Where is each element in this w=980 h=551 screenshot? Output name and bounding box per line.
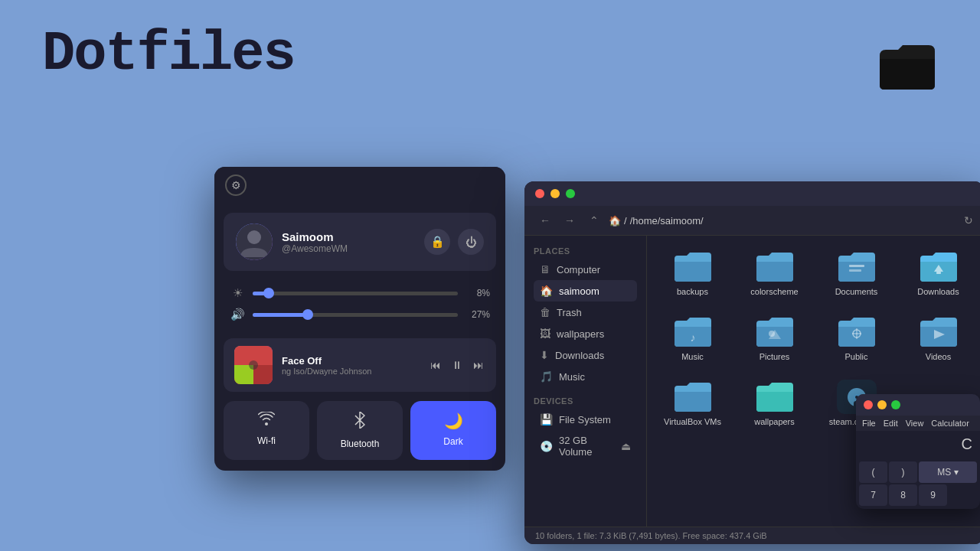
sidebar-item-computer[interactable]: 🖥 Computer <box>534 259 637 280</box>
calc-menu-edit[interactable]: Edit <box>884 419 898 428</box>
file-wallpapers[interactable]: wallpapers <box>737 373 812 432</box>
calc-menu-file[interactable]: File <box>862 419 876 428</box>
wifi-button[interactable]: Wi-fi <box>224 401 309 460</box>
brightness-row: ☀ 8% <box>230 286 490 300</box>
profile-actions: 🔒 ⏻ <box>424 229 484 255</box>
volume-icon: 🔊 <box>230 308 245 321</box>
calc-display-value: C <box>962 435 972 452</box>
moon-icon: 🌙 <box>444 412 463 430</box>
volume-slider[interactable] <box>253 313 458 317</box>
dark-label: Dark <box>443 436 462 447</box>
calc-8[interactable]: 8 <box>889 484 917 506</box>
file-label: backups <box>677 287 708 296</box>
volume-value: 27% <box>466 309 490 320</box>
path-text: /home/saimoom/ <box>630 215 704 227</box>
calc-ms-label: MS <box>937 467 951 478</box>
brightness-icon: ☀ <box>230 286 245 300</box>
refresh-button[interactable]: ↻ <box>964 214 973 227</box>
file-videos[interactable]: Videos <box>900 308 976 367</box>
file-pictures[interactable]: Pictures <box>737 308 812 367</box>
calc-buttons: ( ) MS ▾ 7 8 9 <box>856 458 980 509</box>
profile-info: Saimoom @AwesomeWM <box>282 230 415 254</box>
album-art <box>234 346 273 384</box>
calc-ms-chevron: ▾ <box>954 467 959 478</box>
svg-rect-7 <box>849 269 861 272</box>
bluetooth-button[interactable]: Bluetooth <box>317 401 403 460</box>
file-label: VirtualBox VMs <box>664 417 721 426</box>
sidebar-item-downloads[interactable]: ⬇ Downloads <box>534 344 637 366</box>
maximize-dot[interactable] <box>566 189 575 198</box>
volume-device-icon: 💿 <box>540 440 553 452</box>
calculator: File Edit View Calculator C ( ) MS ▾ 7 8… <box>856 394 980 509</box>
fm-titlebar <box>524 181 980 206</box>
trash-icon: 🗑 <box>540 306 550 318</box>
dark-mode-button[interactable]: 🌙 Dark <box>410 401 496 460</box>
power-button[interactable]: ⏻ <box>458 229 484 255</box>
calc-ms[interactable]: MS ▾ <box>919 461 977 483</box>
calc-9[interactable]: 9 <box>919 484 947 506</box>
wallpapers-sidebar-icon: 🖼 <box>540 328 550 340</box>
brightness-slider[interactable] <box>253 292 458 295</box>
calc-menu-calculator[interactable]: Calculator <box>931 419 969 428</box>
computer-label: Computer <box>557 264 600 276</box>
settings-icon[interactable]: ⚙ <box>225 174 247 196</box>
fm-path: 🏠 / /home/saimoom/ <box>609 215 959 227</box>
volume-row: 🔊 27% <box>230 308 490 321</box>
svg-rect-6 <box>849 265 864 267</box>
sidebar-item-music[interactable]: 🎵 Music <box>534 366 637 387</box>
folder-icon <box>877 42 938 92</box>
music-sidebar-icon: 🎵 <box>540 370 553 383</box>
up-button[interactable]: ⌃ <box>584 210 604 230</box>
statusbar-text: 10 folders, 1 file: 7.3 KiB (7,491 bytes… <box>535 531 767 540</box>
music-title: Face Off <box>282 355 420 367</box>
avatar <box>236 223 273 260</box>
prev-button[interactable]: ⏮ <box>429 357 443 373</box>
pause-button[interactable]: ⏸ <box>450 357 464 373</box>
file-public[interactable]: Public <box>818 308 894 367</box>
calc-titlebar <box>856 394 980 416</box>
sidebar-item-wallpapers[interactable]: 🖼 wallpapers <box>534 323 637 344</box>
back-button[interactable]: ← <box>535 210 555 230</box>
file-music[interactable]: ♪ Music <box>655 308 730 367</box>
home-icon: 🏠 <box>609 215 621 227</box>
profile-section: Saimoom @AwesomeWM 🔒 ⏻ <box>224 213 496 271</box>
forward-button[interactable]: → <box>560 210 580 230</box>
page-title: Dotfiles <box>42 23 295 86</box>
file-label: Documents <box>835 287 878 296</box>
calc-close-paren[interactable]: ) <box>889 461 917 483</box>
trash-label: Trash <box>557 307 582 318</box>
sidebar-item-saimoom[interactable]: 🏠 saimoom <box>534 280 637 302</box>
volume-label: 32 GB Volume <box>559 435 615 458</box>
sidebar-item-trash[interactable]: 🗑 Trash <box>534 302 637 323</box>
file-label: Pictures <box>760 352 790 361</box>
calc-minimize-dot[interactable] <box>877 400 887 409</box>
file-label: Videos <box>926 352 951 361</box>
file-colorscheme[interactable]: colorscheme <box>737 243 812 302</box>
calc-menubar: File Edit View Calculator <box>856 416 980 431</box>
calc-open-paren[interactable]: ( <box>859 461 887 483</box>
file-label: colorscheme <box>750 287 798 296</box>
file-downloads[interactable]: Downloads <box>900 243 976 302</box>
sidebar-item-filesystem[interactable]: 💾 File System <box>534 409 637 430</box>
calc-close-dot[interactable] <box>864 400 873 409</box>
calc-maximize-dot[interactable] <box>891 400 900 409</box>
calc-7[interactable]: 7 <box>859 484 887 506</box>
file-backups[interactable]: backups <box>655 243 730 302</box>
sidebar-item-volume[interactable]: 💿 32 GB Volume ⏏ <box>534 430 637 462</box>
music-controls: ⏮ ⏸ ⏭ <box>429 357 485 373</box>
calc-menu-view[interactable]: View <box>906 419 924 428</box>
file-virtualbox[interactable]: VirtualBox VMs <box>655 373 730 432</box>
music-info: Face Off ng Iso/Dwayne Johnson <box>282 355 420 376</box>
fm-toolbar: ← → ⌃ 🏠 / /home/saimoom/ ↻ <box>524 206 980 236</box>
eject-icon[interactable]: ⏏ <box>621 440 631 452</box>
downloads-sidebar-icon: ⬇ <box>540 349 549 361</box>
lock-button[interactable]: 🔒 <box>424 229 450 255</box>
fm-statusbar: 10 folders, 1 file: 7.3 KiB (7,491 bytes… <box>524 527 980 544</box>
control-panel: ⚙ Saimoom @AwesomeWM 🔒 ⏻ ☀ <box>214 167 505 471</box>
filesystem-icon: 💾 <box>540 413 553 425</box>
file-documents[interactable]: Documents <box>818 243 894 302</box>
wallpapers-sidebar-label: wallpapers <box>557 328 604 340</box>
close-dot[interactable] <box>535 189 544 198</box>
minimize-dot[interactable] <box>550 189 560 198</box>
next-button[interactable]: ⏭ <box>472 357 485 373</box>
